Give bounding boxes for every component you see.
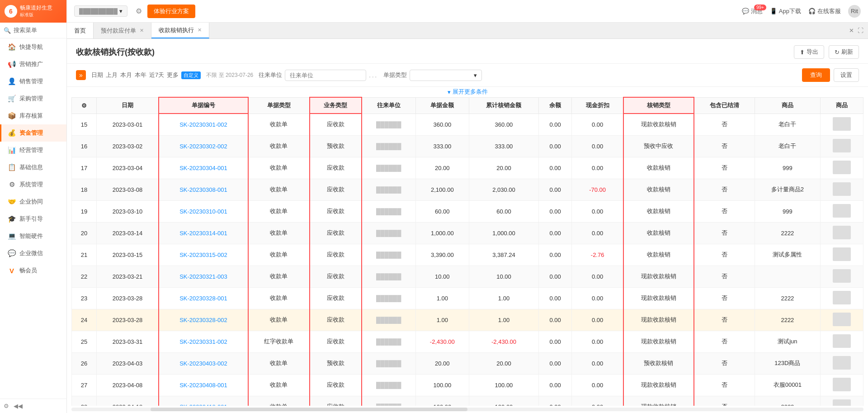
voucher-link[interactable]: SK-20230301-002 (179, 121, 227, 128)
cell-voucher-no: SK-20230310-001 (159, 200, 249, 222)
col-date[interactable]: 日期 (97, 97, 159, 114)
tab-receipt-label: 收款核销执行 (159, 26, 194, 34)
voucher-type-select[interactable]: ▾ (410, 70, 482, 81)
tab-receipt-close[interactable]: ✕ (198, 27, 202, 33)
cell-partner: ██████ (362, 396, 415, 406)
date-this-year[interactable]: 本年 (135, 71, 146, 79)
sidebar-item-label: 企业协同 (19, 198, 43, 206)
col-goods2[interactable]: 商品 (820, 97, 863, 114)
col-cum-amount[interactable]: 累计核销金额 (469, 97, 538, 114)
col-balance[interactable]: 余额 (539, 97, 572, 114)
expand-tab-icon[interactable]: ⛶ (858, 27, 863, 34)
col-voucher-type[interactable]: 单据类型 (248, 97, 309, 114)
voucher-link[interactable]: SK-20230315-002 (179, 252, 227, 258)
settings-button[interactable]: 设置 (834, 68, 859, 82)
voucher-link[interactable]: SK-20230418-001 (179, 404, 227, 406)
filter-bar: » 日期 上月 本月 本年 近7天 更多 自定义 不限 至 2023-07-26 (67, 64, 868, 87)
sidebar-item-newbie[interactable]: 🎓 新手引导 (0, 210, 66, 228)
voucher-link[interactable]: SK-20230310-001 (179, 208, 227, 215)
solution-button[interactable]: 体验行业方案 (147, 5, 195, 18)
expand-more-button[interactable]: ▾ 展开更多条件 (448, 88, 488, 96)
sidebar-item-enterprise[interactable]: 🤝 企业协同 (0, 193, 66, 210)
filter-expand-button[interactable]: » (76, 70, 86, 80)
date-custom-btn[interactable]: 自定义 (181, 71, 201, 79)
scrollbar-thumb[interactable] (151, 408, 467, 411)
voucher-link[interactable]: SK-20230331-002 (179, 338, 227, 345)
settings-icon[interactable]: ⚙ (136, 7, 142, 15)
search-menu-item[interactable]: 🔍 搜索菜单 (0, 23, 66, 38)
sidebar-item-quicknav[interactable]: 🏠 快捷导航 (0, 38, 66, 56)
voucher-link[interactable]: SK-20230302-002 (179, 143, 227, 150)
voucher-link[interactable]: SK-20230403-002 (179, 360, 227, 367)
sidebar-item-member[interactable]: V 畅会员 (0, 262, 66, 279)
cell-balance: 0.00 (539, 396, 572, 406)
date-last-7-days[interactable]: 近7天 (149, 71, 164, 79)
sidebar-item-system[interactable]: ⚙ 系统管理 (0, 176, 66, 193)
voucher-link[interactable]: SK-20230328-002 (179, 317, 227, 323)
cell-voucher-no: SK-20230302-002 (159, 135, 249, 157)
partner-filter-label: 往来单位 (259, 71, 282, 79)
sidebar-item-finance[interactable]: 💰 资金管理 (0, 124, 66, 142)
app-download-btn[interactable]: 📱 App下载 (770, 7, 801, 15)
voucher-link[interactable]: SK-20230328-001 (179, 295, 227, 302)
sidebar-item-purchase[interactable]: 🛒 采购管理 (0, 90, 66, 107)
cell-cum-amount: 10.00 (469, 266, 538, 287)
col-amount[interactable]: 单据金额 (415, 97, 469, 114)
refresh-button[interactable]: ↻ 刷新 (829, 45, 859, 59)
export-button[interactable]: ⬆ 导出 (794, 45, 824, 59)
cell-balance: 0.00 (539, 222, 572, 244)
online-service-btn[interactable]: 🎧 在线客服 (808, 7, 841, 15)
cell-biz-type: 应收款 (310, 179, 362, 200)
tab-receipt-exec[interactable]: 收款核销执行 ✕ (151, 23, 209, 38)
sidebar-item-inventory[interactable]: 📦 库存核算 (0, 107, 66, 124)
sidebar-item-hardware[interactable]: 💻 智能硬件 (0, 228, 66, 245)
cell-partner: ██████ (362, 309, 415, 331)
voucher-link[interactable]: SK-20230321-003 (179, 273, 227, 280)
voucher-link[interactable]: SK-20230408-001 (179, 382, 227, 389)
table-row: 17 2023-03-04 SK-20230304-001 收款单 应收款 ██… (72, 157, 863, 179)
col-voucher-no[interactable]: 单据编号 (159, 97, 249, 114)
sidebar-item-basics[interactable]: 📋 基础信息 (0, 159, 66, 176)
partner-input[interactable] (285, 70, 366, 81)
cell-cash-discount: -70.00 (572, 179, 623, 200)
collapse-icon[interactable]: ◀◀ (14, 403, 23, 409)
sidebar-item-sales[interactable]: 👤 销售管理 (0, 73, 66, 90)
col-goods[interactable]: 商品 (755, 97, 820, 114)
cell-goods: 2222 (755, 222, 820, 244)
col-cash-discount[interactable]: 现金折扣 (572, 97, 623, 114)
sidebar-item-operations[interactable]: 📊 经营管理 (0, 142, 66, 159)
tab-home[interactable]: 首页 (67, 23, 94, 38)
sidebar-item-wechat[interactable]: 💬 企业微信 (0, 245, 66, 262)
cell-cash-discount: -2.76 (572, 244, 623, 266)
cell-amount: 1,000.00 (415, 222, 469, 244)
table-scrollbar[interactable] (71, 408, 863, 411)
logo-sub: 标准版 (20, 12, 52, 18)
tab-prepay[interactable]: 预付款应付单 ✕ (94, 23, 151, 38)
col-partner[interactable]: 往来单位 (362, 97, 415, 114)
cell-goods2 (820, 287, 863, 309)
tab-prepay-close[interactable]: ✕ (140, 28, 144, 33)
voucher-link[interactable]: SK-20230304-001 (179, 165, 227, 171)
settings-bottom-icon[interactable]: ⚙ (4, 403, 9, 409)
voucher-link[interactable]: SK-20230308-001 (179, 186, 227, 193)
date-last-month[interactable]: 上月 (106, 71, 118, 79)
date-this-month[interactable]: 本月 (120, 71, 132, 79)
voucher-link[interactable]: SK-20230314-001 (179, 230, 227, 237)
col-include-settled[interactable]: 包含已结清 (694, 97, 755, 114)
col-offset-type[interactable]: 核销类型 (623, 97, 694, 114)
cell-cum-amount: 360.00 (469, 114, 538, 135)
close-tab-icon[interactable]: ✕ (849, 27, 854, 34)
table-row: 20 2023-03-14 SK-20230314-001 收款单 应收款 ██… (72, 222, 863, 244)
sidebar-item-marketing[interactable]: 📢 营销推广 (0, 56, 66, 73)
filter-more-row: ▾ 展开更多条件 (67, 87, 868, 97)
date-more[interactable]: 更多 (167, 71, 179, 79)
query-button[interactable]: 查询 (802, 68, 830, 82)
cell-biz-type: 应收款 (310, 266, 362, 287)
message-btn[interactable]: 💬 消息 99+ (742, 7, 763, 15)
col-biz-type[interactable]: 业务类型 (310, 97, 362, 114)
col-gear[interactable]: ⚙ (72, 97, 97, 114)
cell-date: 2023-04-18 (97, 396, 159, 406)
user-avatar[interactable]: Rit (848, 5, 861, 18)
company-selector[interactable]: ██████████ ▾ (74, 5, 127, 17)
cell-offset-type: 现款收款核销 (623, 396, 694, 406)
